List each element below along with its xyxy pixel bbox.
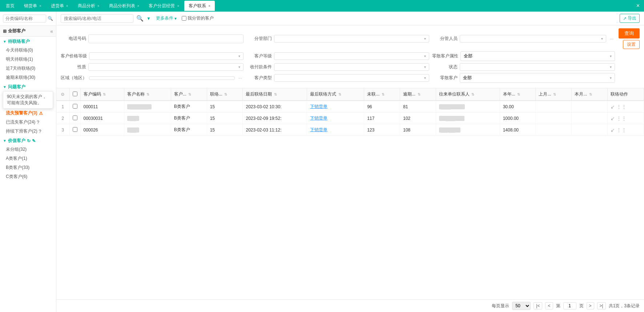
page-number-input[interactable] — [563, 302, 576, 309]
per-page-select[interactable]: 50 100 — [512, 302, 531, 310]
close-tab-sales-order[interactable]: × — [39, 4, 41, 8]
tab-purchase-order[interactable]: 进货单 × — [47, 1, 73, 11]
close-tab-customer-segmentation[interactable]: × — [177, 4, 179, 8]
more-conditions-button[interactable]: 更多条件 ▾ — [154, 14, 179, 23]
adv-filter-row4: 区域（地区） ··· 客户类型 ▾ 零散客户 全部 — [61, 73, 640, 83]
adv-select-dept[interactable]: ▾ — [274, 35, 429, 42]
row-this-month — [572, 124, 608, 136]
close-tab-product-analysis[interactable]: × — [97, 4, 100, 8]
sidebar-search-input[interactable] — [3, 15, 46, 23]
sidebar-all-customers[interactable]: ⊞ 全部客户 « — [0, 26, 56, 37]
adv-select-person[interactable]: ▾ — [460, 35, 606, 42]
sidebar-item-overdue-contact[interactable]: 逾期未联络(30) — [0, 73, 56, 82]
adv-field-status: 状态 ▾ — [432, 63, 615, 71]
row-checkbox-cell[interactable] — [69, 124, 80, 136]
adv-select-scatter-customer[interactable]: 全部 ▾ — [460, 73, 615, 83]
close-tab-purchase-order[interactable]: × — [66, 4, 68, 8]
row-checkbox-cell[interactable] — [69, 101, 80, 113]
adv-select-customer-level[interactable]: ▾ — [274, 52, 429, 60]
table-settings-icon[interactable]: ⚙ — [56, 88, 69, 101]
adv-select-region[interactable] — [89, 76, 235, 80]
sidebar-group-pending[interactable]: ▼ 待联络客户 — [0, 37, 56, 46]
sidebar-item-tomorrow-pending[interactable]: 明天待联络(1) — [0, 55, 56, 64]
tab-product-analysis-list[interactable]: 商品分析列表 × — [105, 1, 144, 11]
row-action-icons[interactable]: ↙ ⋮⋮ — [608, 124, 644, 136]
sidebar-item-today-pending[interactable]: 今天待联络(0) — [0, 46, 56, 55]
adv-select-customer-type[interactable]: ▾ — [274, 74, 429, 82]
edit-icon[interactable]: ✎ — [32, 138, 36, 143]
row-last-month — [536, 113, 572, 124]
row-contact-num: 15 — [207, 101, 243, 113]
row-this-month — [572, 101, 608, 113]
page-label: 第 — [556, 303, 560, 309]
region-more-icon[interactable]: ··· — [237, 76, 243, 81]
tab-home[interactable]: 首页 — [1, 1, 19, 11]
table-row: 1 000011 ██████ B类客户 15 2023-03-02 10:30… — [56, 101, 644, 113]
filter-search-button[interactable]: 🔍 — [136, 15, 144, 22]
col-contact-person: 往来单位联系人 ⇅ — [436, 88, 500, 101]
close-all-tabs[interactable]: × — [633, 3, 643, 9]
filter-search-input[interactable] — [61, 14, 133, 23]
close-tab-customer-contact[interactable]: × — [208, 4, 210, 8]
sidebar-tooltip: 90天未交易的客户，可能有流失风险。 — [3, 91, 53, 109]
adv-select-status[interactable]: ▾ — [460, 63, 615, 71]
row-last-method[interactable]: 下销货单 — [307, 101, 364, 113]
table-checkbox-all[interactable] — [69, 88, 80, 101]
row-overdue: 81 — [400, 101, 436, 113]
customer-level-arrow: ▾ — [424, 54, 426, 58]
export-button[interactable]: ↗ 导出 — [620, 14, 640, 23]
page-first-button[interactable]: |< — [534, 302, 542, 309]
col-no-contact: 未联... ⇅ — [364, 88, 400, 101]
page-prev-button[interactable]: < — [545, 302, 553, 309]
advanced-filter: 电话号码 分管部门 ▾ 分管人员 ▾ ··· — [56, 25, 644, 88]
sidebar-group-value[interactable]: ▼ 价值客户 ↻ ✎ — [0, 136, 56, 145]
page-next-button[interactable]: > — [587, 302, 594, 309]
person-more-icon[interactable]: ··· — [608, 36, 615, 41]
refresh-icon[interactable]: ↻ — [27, 138, 31, 143]
sidebar-item-churned[interactable]: 已流失客户(24) ? — [0, 118, 56, 127]
row-action-icons[interactable]: ↙ ⋮⋮ — [608, 101, 644, 113]
row-checkbox-cell[interactable] — [69, 113, 80, 124]
row-action-icons[interactable]: ↙ ⋮⋮ — [608, 113, 644, 124]
collapse-icon[interactable]: « — [50, 28, 53, 34]
adv-select-payment[interactable]: ▾ — [274, 63, 429, 71]
filter-bar: 🔍 ▼ 更多条件 ▾ 我分管的客户 ↗ 导出 — [56, 12, 644, 25]
sidebar-item-7days-pending[interactable]: 近7天待联络(0) — [0, 64, 56, 73]
row-checkbox[interactable] — [73, 127, 77, 132]
adv-select-nature[interactable]: ▾ — [88, 63, 243, 71]
person-select-arrow: ▾ — [601, 37, 603, 41]
row-last-method[interactable]: 下销货单 — [307, 124, 364, 136]
tab-product-analysis[interactable]: 商品分析 × — [73, 1, 104, 11]
sidebar-search-icon[interactable]: 🔍 — [48, 16, 53, 21]
scatter-customer-arrow: ▾ — [610, 76, 612, 80]
close-tab-product-analysis-list[interactable]: × — [137, 4, 140, 8]
adv-select-price-level[interactable]: ▾ — [89, 52, 243, 60]
adv-input-phone[interactable] — [88, 35, 243, 43]
adv-field-payment: 收付款条件 ▾ — [246, 63, 429, 71]
sidebar-group-problem[interactable]: ▼ 问题客户 — [0, 82, 56, 91]
row-this-year: 30.00 — [500, 101, 536, 113]
adv-field-customer-level: 客户等级 ▾ — [246, 52, 429, 60]
my-customers-checkbox-label[interactable]: 我分管的客户 — [182, 15, 214, 21]
arrow-down-icon-3: ▼ — [3, 139, 7, 143]
sidebar-item-unclassified[interactable]: 未分组(32) — [0, 145, 56, 154]
sidebar-item-class-b[interactable]: B类客户(33) — [0, 163, 56, 172]
sidebar-item-class-a[interactable]: A类客户(1) — [0, 154, 56, 163]
query-button[interactable]: 查询 — [619, 28, 640, 39]
sidebar-item-declining[interactable]: 持续下滑客户(2) ? — [0, 127, 56, 136]
sidebar-item-class-c[interactable]: C类客户(6) — [0, 172, 56, 181]
page-last-button[interactable]: >| — [597, 302, 606, 309]
my-customers-checkbox[interactable] — [182, 16, 186, 21]
setting-button[interactable]: 设置 — [623, 40, 640, 49]
sidebar-item-churn-warning[interactable]: 流失预警客户(3) ⚠ — [0, 109, 56, 118]
adv-select-scatter-attr[interactable]: 全部 ▾ — [460, 51, 615, 61]
table-wrapper: ⚙ 客户编码 ⇅ 客户名称 ⇅ 客户... ⇅ 联络... ⇅ 最后联络日期 ⇅… — [56, 88, 644, 299]
row-last-month — [536, 101, 572, 113]
row-checkbox[interactable] — [73, 104, 77, 109]
row-last-method[interactable]: 下销货单 — [307, 113, 364, 124]
tab-customer-contact[interactable]: 客户联系 × — [184, 1, 215, 11]
tab-sales-order[interactable]: 销货单 × — [20, 1, 46, 11]
tab-customer-segmentation[interactable]: 客户分层经营 × — [144, 1, 184, 11]
row-no-contact: 96 — [364, 101, 400, 113]
row-checkbox[interactable] — [73, 116, 77, 120]
